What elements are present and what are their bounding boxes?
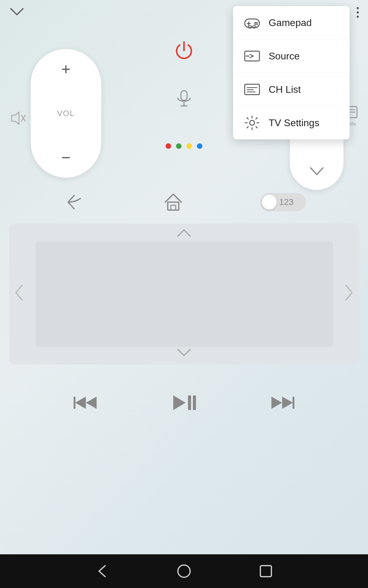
svg-rect-16 — [181, 91, 187, 100]
svg-point-4 — [256, 24, 258, 25]
svg-rect-33 — [193, 395, 196, 410]
menu-label-gamepad: Gamepad — [269, 17, 312, 28]
svg-point-37 — [178, 565, 190, 577]
power-button[interactable] — [170, 37, 198, 64]
svg-marker-35 — [282, 397, 293, 409]
svg-marker-19 — [12, 112, 19, 124]
sys-home-button[interactable] — [175, 562, 193, 580]
screen-inner — [36, 241, 333, 347]
svg-rect-27 — [171, 205, 176, 210]
volume-down-button[interactable]: − — [61, 149, 71, 165]
mute-icon[interactable] — [9, 110, 26, 127]
green-dot[interactable] — [176, 143, 182, 149]
collapse-button[interactable] — [9, 6, 25, 18]
screen-up-arrow[interactable] — [176, 228, 192, 241]
mic-button[interactable] — [172, 86, 196, 110]
volume-up-button[interactable]: + — [61, 61, 71, 77]
menu-item-chlist[interactable]: CH List — [233, 73, 350, 106]
menu-item-source[interactable]: Source — [233, 40, 350, 73]
screen-right-arrow[interactable] — [343, 284, 355, 305]
dropdown-menu: Gamepad Source CH List — [233, 6, 350, 139]
more-options-button[interactable] — [357, 7, 359, 18]
blue-dot[interactable] — [197, 143, 202, 149]
svg-marker-28 — [75, 397, 86, 409]
menu-label-tvsettings: TV Settings — [269, 117, 319, 129]
nav-row: 123 — [0, 190, 368, 214]
svg-marker-29 — [86, 397, 97, 409]
numeric-toggle[interactable]: 123 — [260, 193, 306, 211]
svg-point-3 — [255, 22, 256, 24]
system-nav-bar — [0, 554, 368, 588]
svg-rect-38 — [260, 566, 271, 577]
menu-item-tvsettings[interactable]: TV Settings — [233, 106, 350, 139]
svg-point-7 — [248, 26, 252, 28]
menu-item-gamepad[interactable]: Gamepad — [233, 6, 350, 40]
volume-control: + VOL − — [31, 49, 101, 178]
toggle-circle — [262, 195, 277, 209]
home-button[interactable] — [161, 190, 186, 214]
back-button[interactable] — [62, 190, 86, 214]
svg-rect-30 — [74, 397, 75, 409]
svg-point-15 — [250, 120, 255, 125]
screen-left-arrow[interactable] — [13, 284, 25, 305]
svg-rect-26 — [168, 202, 179, 210]
red-dot[interactable] — [166, 143, 171, 149]
tv-screen-area[interactable] — [9, 224, 359, 364]
chlist-icon — [244, 81, 260, 97]
sys-recents-button[interactable] — [257, 562, 275, 580]
color-dots — [166, 143, 202, 149]
rewind-button[interactable] — [72, 392, 100, 413]
sys-back-button[interactable] — [93, 562, 111, 580]
channel-down-button[interactable] — [308, 165, 326, 181]
toggle-label: 123 — [279, 197, 293, 207]
source-icon — [244, 48, 260, 64]
svg-marker-34 — [271, 397, 282, 409]
screen-down-arrow[interactable] — [176, 347, 192, 360]
svg-rect-36 — [293, 397, 294, 409]
menu-label-chlist: CH List — [269, 84, 301, 95]
settings-icon — [244, 115, 260, 131]
gamepad-icon — [244, 15, 260, 31]
svg-point-5 — [255, 24, 256, 25]
svg-rect-32 — [188, 395, 191, 410]
svg-marker-31 — [173, 395, 186, 410]
media-controls — [0, 392, 368, 413]
menu-label-source: Source — [269, 51, 300, 62]
volume-label: VOL — [57, 109, 75, 118]
svg-point-8 — [252, 26, 256, 28]
fastforward-button[interactable] — [268, 392, 296, 413]
yellow-dot[interactable] — [186, 143, 192, 149]
svg-point-6 — [256, 22, 258, 24]
playpause-button[interactable] — [170, 392, 198, 413]
